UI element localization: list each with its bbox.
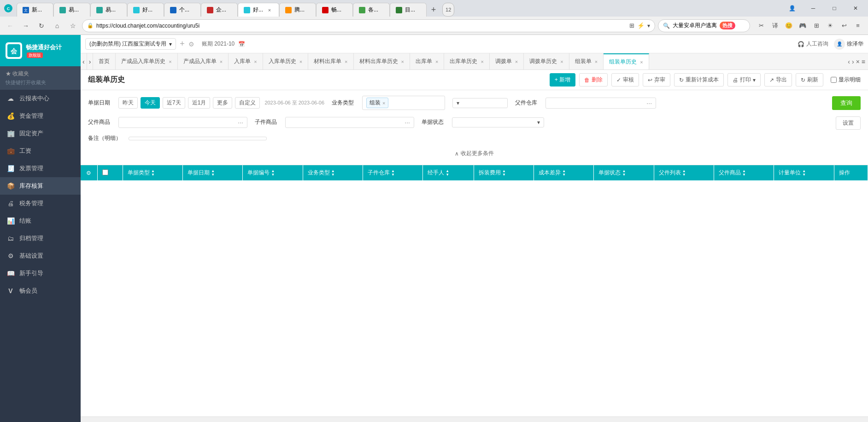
period-calendar-icon[interactable]: 📅: [238, 41, 245, 47]
doc-tab-close-11[interactable]: ×: [595, 59, 598, 64]
table-th-child-warehouse[interactable]: 子件仓库 ▲▼: [363, 165, 422, 180]
doc-tab-close-10[interactable]: ×: [560, 59, 563, 64]
set-button[interactable]: 设置: [836, 116, 861, 130]
doc-tab-close-9[interactable]: ×: [515, 59, 518, 64]
doc-tab-close-all-button[interactable]: ×: [856, 58, 860, 65]
slip-date-sort[interactable]: 单据日期 ▲▼: [188, 169, 238, 177]
doc-tab-transfer-history[interactable]: 调拨单历史 ×: [524, 53, 569, 70]
table-settings-icon[interactable]: ⚙: [86, 170, 91, 176]
collapse-button[interactable]: ∧ 收起更多条件: [88, 147, 861, 159]
doc-tab-close-7[interactable]: ×: [435, 59, 438, 64]
game-icon-button[interactable]: 🎮: [796, 19, 809, 32]
refresh-page-button[interactable]: ↻ 刷新: [796, 73, 823, 87]
doc-tab-stock-out[interactable]: 出库单 ×: [410, 53, 444, 70]
doc-tab-finished-goods-in-history[interactable]: 产成品入库单历史 ×: [116, 53, 177, 70]
address-bar[interactable]: 🔒 https://cloud.chanjet.com/accounting/u…: [82, 19, 655, 32]
tab-5[interactable]: 个...: [164, 3, 201, 17]
tab-add-button[interactable]: +: [427, 3, 440, 17]
delete-button[interactable]: 🗑 删除: [579, 73, 608, 87]
sun-icon-button[interactable]: ☀: [824, 19, 837, 32]
sidebar-item-inventory[interactable]: 📦 库存核算: [0, 177, 81, 195]
date-yesterday-button[interactable]: 昨天: [118, 97, 138, 109]
table-th-cost-diff[interactable]: 成本差异 ▲▼: [534, 165, 594, 180]
business-type-input[interactable]: 组装 ×: [362, 96, 445, 110]
sidebar-item-fixed-assets[interactable]: 🏢 固定资产: [0, 125, 81, 142]
slip-status-dropdown[interactable]: ▾: [452, 117, 544, 127]
window-close-button[interactable]: ✕: [845, 1, 866, 15]
forward-button[interactable]: →: [19, 19, 32, 32]
undo-icon-button[interactable]: ↩: [838, 19, 850, 32]
doc-tab-transfer[interactable]: 调拨单 ×: [490, 53, 524, 70]
emoji-icon-button[interactable]: 😊: [782, 19, 795, 32]
display-detail-checkbox[interactable]: [831, 77, 837, 83]
table-th-parent-list[interactable]: 父件列表 ▲▼: [654, 165, 714, 180]
table-th-slip-type[interactable]: 单据类型 ▲▼: [123, 165, 182, 180]
print-button[interactable]: 🖨 打印 ▾: [727, 73, 761, 87]
parent-warehouse-input[interactable]: ···: [545, 98, 656, 109]
table-th-unit[interactable]: 计量单位 ▲▼: [774, 165, 834, 180]
table-checkbox-th[interactable]: [97, 165, 123, 180]
sidebar-item-tax[interactable]: 🖨 税务管理: [0, 195, 81, 212]
recalculate-button[interactable]: ↻ 重新计算成本: [674, 73, 724, 87]
parent-goods-dots[interactable]: ···: [238, 119, 243, 126]
table-th-slip-date[interactable]: 单据日期 ▲▼: [183, 165, 243, 180]
doc-tab-stock-in-history[interactable]: 入库单历史 ×: [263, 53, 308, 70]
doc-tab-close-5[interactable]: ×: [345, 59, 347, 64]
translate-icon-button[interactable]: 译: [768, 19, 781, 32]
sidebar-item-settlement[interactable]: 📊 结账: [0, 212, 81, 230]
audit-button[interactable]: ✓ 审核: [611, 73, 639, 87]
slip-no-sort[interactable]: 单据编号 ▲▼: [247, 169, 298, 177]
doc-tab-assembly-history[interactable]: 组装单历史 ×: [604, 53, 649, 70]
parent-list-sort[interactable]: 父件列表 ▲▼: [659, 169, 709, 177]
doc-tab-finished-goods-in[interactable]: 产成品入库单 ×: [178, 53, 229, 70]
tab-8[interactable]: 腾...: [279, 3, 316, 17]
company-selector[interactable]: (勿删勿禁用) 江西服宝测试专用 ▾: [85, 38, 176, 50]
doc-tab-close-12[interactable]: ×: [640, 59, 643, 65]
horizontal-scrollbar[interactable]: [81, 416, 868, 422]
doc-tabs-prev-button[interactable]: ‹: [81, 53, 87, 70]
grid-icon-button[interactable]: ⊞: [810, 19, 823, 32]
doc-tab-stock-in[interactable]: 入库单 ×: [229, 53, 263, 70]
business-type-dropdown[interactable]: ▾: [452, 98, 508, 108]
date-1month-button[interactable]: 近1月: [188, 97, 211, 109]
tab-6[interactable]: 企...: [201, 3, 238, 17]
tab-1[interactable]: 文 新...: [17, 3, 53, 17]
doc-tabs-next-button[interactable]: ›: [87, 53, 94, 70]
doc-tab-assembly[interactable]: 组装单 ×: [569, 53, 604, 70]
tab7-close-button[interactable]: ×: [266, 6, 273, 14]
window-profile-button[interactable]: 👤: [781, 1, 803, 15]
table-settings-th[interactable]: ⚙: [81, 165, 97, 180]
refresh-browser-button[interactable]: ↻: [35, 19, 48, 32]
doc-tab-material-out-history[interactable]: 材料出库单历史 ×: [354, 53, 410, 70]
parent-warehouse-dots[interactable]: ···: [646, 99, 652, 107]
child-goods-dots[interactable]: ···: [405, 119, 410, 126]
tab-2[interactable]: 易...: [53, 3, 90, 17]
sidebar-item-settings[interactable]: ⚙ 基础设置: [0, 247, 81, 265]
tab-7[interactable]: 好... ×: [238, 3, 279, 17]
handler-sort[interactable]: 经手人 ▲▼: [428, 169, 469, 177]
doc-tab-close-2[interactable]: ×: [220, 59, 223, 64]
unit-sort[interactable]: 计量单位 ▲▼: [779, 169, 829, 177]
doc-tab-close-4[interactable]: ×: [299, 59, 302, 64]
sidebar-favorite[interactable]: ★ 收藏夹 快捷键打开收藏夹: [0, 66, 81, 90]
cost-diff-sort[interactable]: 成本差异 ▲▼: [539, 169, 589, 177]
tab-9[interactable]: 畅...: [316, 3, 353, 17]
query-button[interactable]: 查询: [832, 96, 861, 110]
disassemble-fee-sort[interactable]: 拆装费用 ▲▼: [479, 169, 529, 177]
scissors-icon-button[interactable]: ✂: [755, 19, 768, 32]
doc-tab-material-out[interactable]: 材料出库单 ×: [308, 53, 353, 70]
home-button[interactable]: ⌂: [51, 19, 64, 32]
address-bar-grid-icon[interactable]: ⊞: [629, 22, 634, 29]
tab-3[interactable]: 易...: [90, 3, 127, 17]
child-warehouse-sort[interactable]: 子件仓库 ▲▼: [368, 169, 418, 177]
doc-tab-close-6[interactable]: ×: [401, 59, 404, 64]
tab-4[interactable]: 好...: [127, 3, 164, 17]
table-th-disassemble-fee[interactable]: 拆装费用 ▲▼: [474, 165, 534, 180]
date-custom-button[interactable]: 自定义: [235, 97, 260, 109]
tab-count-badge[interactable]: 12: [442, 3, 454, 17]
sidebar-item-salary[interactable]: 💼 工资: [0, 142, 81, 160]
parent-goods-col-sort[interactable]: 父件商品 ▲▼: [719, 169, 769, 177]
service-button[interactable]: 🎧 人工咨询: [798, 40, 828, 48]
sidebar-item-cloud-reports[interactable]: ☁ 云报表中心: [0, 90, 81, 107]
search-bar[interactable]: 🔍 大量安卓用户逃离 热搜: [658, 19, 750, 32]
